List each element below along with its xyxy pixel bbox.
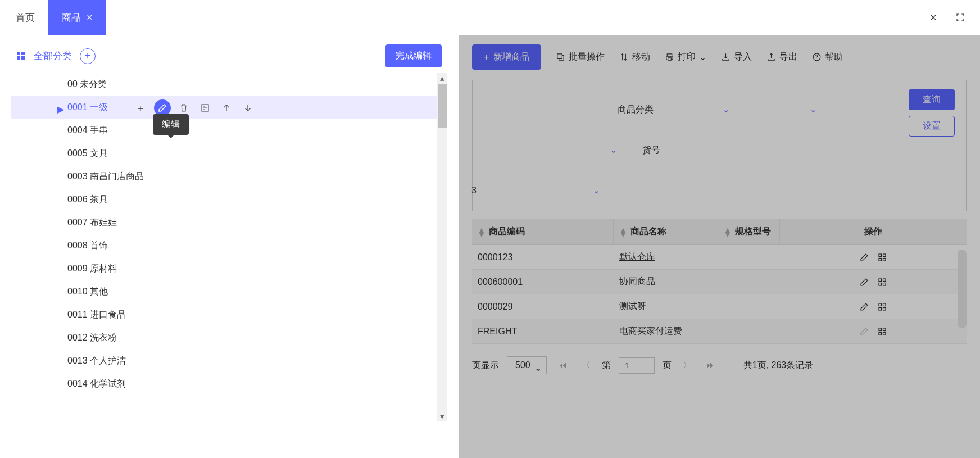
scrollbar-track[interactable]: ▴ ▾ — [437, 73, 447, 421]
tabs-bar: 首页 商品 × — [0, 0, 980, 35]
tree-item-label: 0003 南昌门店商品 — [67, 171, 144, 183]
tree-item[interactable]: 0004 手串 — [11, 119, 442, 142]
tree-item-label: 0013 个人护洁 — [67, 355, 126, 367]
delete-button[interactable] — [175, 99, 192, 116]
tree-item[interactable]: 0011 进口食品 — [11, 303, 442, 327]
tree-item-label: 0009 原材料 — [67, 263, 117, 275]
tree-item[interactable]: 0013 个人护洁 — [11, 350, 442, 373]
caret-right-icon: ▶ — [57, 104, 64, 115]
edit-tooltip: 编辑 — [153, 114, 189, 135]
tree-item[interactable]: 0008 首饰 — [11, 234, 442, 257]
tree-item[interactable]: 0012 洗衣粉 — [11, 327, 442, 350]
tree-item-label: 00 未分类 — [67, 79, 107, 90]
disabled-overlay — [459, 35, 980, 458]
product-panel: + 新增商品 批量操作 移动 打印 ⌄ 导入 — [459, 35, 980, 458]
scroll-up-arrow[interactable]: ▴ — [437, 73, 447, 83]
tree-item-label: 0005 文具 — [67, 148, 108, 160]
fullscreen-icon[interactable] — [951, 8, 970, 27]
scroll-down-arrow[interactable]: ▾ — [437, 411, 447, 421]
tree-item[interactable]: 0009 原材料 — [11, 257, 442, 280]
tab-home[interactable]: 首页 — [2, 0, 48, 35]
tree-item-actions: ＋ — [133, 99, 442, 116]
category-panel-header: 全部分类 + 完成编辑 — [11, 44, 447, 67]
add-child-button[interactable]: ＋ — [133, 99, 149, 116]
tree-item-label: 0012 洗衣粉 — [67, 332, 117, 344]
tree-item-label: 0011 进口食品 — [67, 309, 126, 321]
tree-item[interactable]: 0014 化学试剂 — [11, 373, 442, 396]
move-up-button[interactable] — [218, 99, 235, 116]
add-category-button[interactable]: + — [80, 48, 96, 64]
tree-item[interactable]: 0003 南昌门店商品 — [11, 165, 442, 188]
tree-item-label: 0007 布娃娃 — [67, 217, 117, 229]
all-categories-button[interactable]: 全部分类 — [34, 49, 72, 62]
tree-item-label: 0001 一级 — [67, 102, 108, 114]
tab-product[interactable]: 商品 × — [48, 0, 106, 35]
tree-item[interactable]: 0005 文具 — [11, 142, 442, 165]
close-icon[interactable]: × — [87, 12, 93, 24]
tree-item[interactable]: 0010 其他 — [11, 280, 442, 303]
tree-item-label: 0008 首饰 — [67, 240, 108, 252]
tree-item-label: 0014 化学试剂 — [67, 378, 126, 390]
category-tree-wrap: 00 未分类▶0001 一级＋0004 手串0005 文具0003 南昌门店商品… — [11, 73, 447, 421]
tree-item-label: 0006 茶具 — [67, 194, 108, 206]
tree-item-label: 0004 手串 — [67, 125, 108, 137]
tree-item-label: 0010 其他 — [67, 286, 108, 298]
close-all-icon[interactable] — [924, 8, 943, 27]
tree-item[interactable]: ▶0001 一级＋ — [11, 96, 442, 119]
tab-home-label: 首页 — [16, 11, 35, 24]
category-panel: 全部分类 + 完成编辑 00 未分类▶0001 一级＋0004 手串0005 文… — [0, 35, 459, 458]
tree-item[interactable]: 0006 茶具 — [11, 188, 442, 211]
category-tree[interactable]: 00 未分类▶0001 一级＋0004 手串0005 文具0003 南昌门店商品… — [11, 73, 447, 421]
move-to-button[interactable] — [197, 99, 214, 116]
content-split: 全部分类 + 完成编辑 00 未分类▶0001 一级＋0004 手串0005 文… — [0, 35, 980, 458]
grid-icon — [17, 52, 26, 61]
tabs-right — [924, 8, 978, 27]
tab-product-label: 商品 — [62, 11, 81, 24]
edit-button[interactable] — [154, 99, 171, 116]
move-down-button[interactable] — [239, 99, 256, 116]
tree-item[interactable]: 0007 布娃娃 — [11, 211, 442, 234]
tree-item[interactable]: 00 未分类 — [11, 73, 442, 96]
scrollbar-thumb[interactable] — [437, 83, 447, 128]
finish-edit-button[interactable]: 完成编辑 — [385, 44, 442, 67]
